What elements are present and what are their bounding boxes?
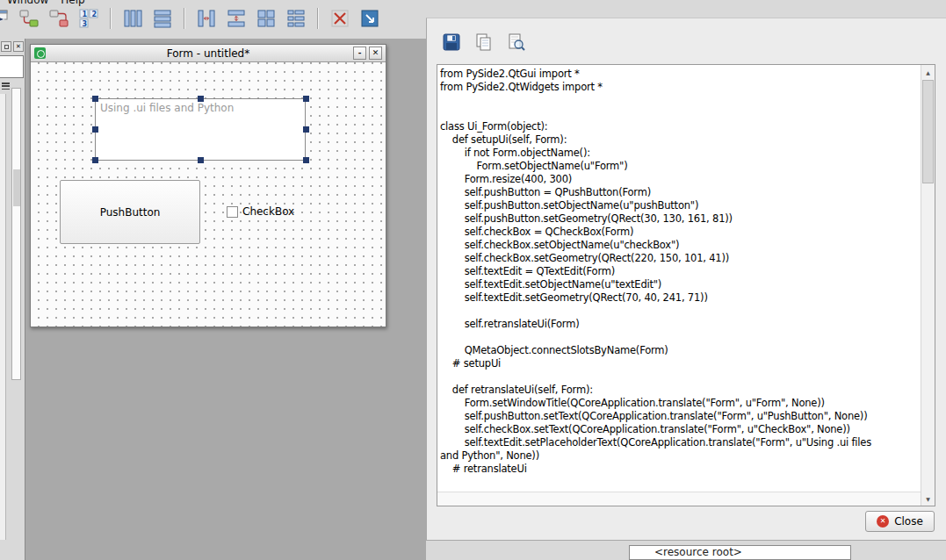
close-button-label: Close (894, 515, 923, 528)
layout-form-button[interactable] (285, 7, 307, 30)
layout-vertical-splitter-icon (226, 8, 247, 29)
checkbox-widget[interactable]: CheckBox (227, 205, 294, 218)
svg-text:2: 2 (92, 11, 97, 18)
menu-help[interactable]: Help (61, 0, 84, 6)
edit-signals-slots-button[interactable] (18, 7, 40, 30)
edit-tab-order-button[interactable]: 123 (77, 7, 100, 30)
resource-root-label: <resource root> (630, 546, 850, 558)
vertical-scrollbar[interactable]: ▲ ▼ (921, 65, 935, 506)
svg-text:3: 3 (83, 20, 88, 28)
horizontal-scrollbar[interactable] (437, 492, 921, 506)
layout-grid-icon (256, 8, 277, 29)
edit-widgets-button[interactable] (0, 7, 11, 30)
toolbar-separator (110, 8, 112, 29)
pushbutton-widget[interactable]: PushButton (60, 180, 200, 244)
textedit-widget[interactable]: Using .ui files and Python (95, 98, 306, 161)
layout-horizontal-icon (122, 8, 143, 29)
toolbar-separator (184, 8, 185, 29)
find-button[interactable] (504, 29, 529, 55)
selection-handle[interactable] (198, 157, 204, 163)
layout-vertical-button[interactable] (151, 7, 174, 30)
toolbar-separator (317, 8, 319, 29)
layout-horizontal-splitter-button[interactable] (195, 7, 218, 30)
copy-button[interactable] (472, 29, 496, 55)
form-canvas[interactable]: Using .ui files and Python PushButton Ch… (31, 62, 386, 327)
dock-titlebar-buttons: ✕ (1, 41, 24, 52)
layout-grid-button[interactable] (255, 7, 278, 30)
dock-scrollbar-thumb[interactable] (13, 169, 20, 206)
qt-designer-window: Window Help 123 (0, 0, 946, 560)
menu-window[interactable]: Window (7, 0, 48, 6)
main-toolbar: 123 (0, 7, 381, 30)
list-mode-icon[interactable] (2, 83, 10, 90)
selection-handle[interactable] (92, 126, 98, 133)
selection-handle[interactable] (303, 126, 309, 133)
layout-vertical-splitter-button[interactable] (225, 7, 248, 30)
break-layout-button[interactable] (329, 7, 351, 30)
edit-signals-slots-icon (18, 8, 40, 29)
menu-bar: Window Help (7, 0, 85, 6)
form-window-title: Form - untitled* (31, 47, 386, 60)
svg-text:1: 1 (83, 11, 88, 18)
left-dock-area: ✕ (0, 39, 25, 560)
form-editor-window: Form - untitled* - ✕ Using .ui files and… (30, 44, 386, 327)
form-window-titlebar[interactable]: Form - untitled* - ✕ (31, 45, 386, 62)
checkbox-label: CheckBox (242, 205, 294, 218)
dock-edge-strip (0, 94, 6, 540)
copy-icon (474, 32, 494, 52)
edit-tab-order-icon: 123 (78, 8, 99, 29)
close-icon: ✕ (877, 515, 889, 528)
dock-scrollbar[interactable] (11, 88, 21, 380)
selection-handle[interactable] (198, 96, 204, 102)
dialog-toolbar (439, 29, 529, 55)
selection-handle[interactable] (303, 96, 309, 102)
adjust-size-button[interactable] (358, 7, 381, 30)
resource-browser-item[interactable]: <resource root> (629, 545, 851, 560)
checkbox-box[interactable] (227, 206, 238, 218)
selection-handle[interactable] (92, 96, 98, 102)
close-window-button[interactable]: ✕ (369, 47, 382, 60)
designer-form-icon (34, 47, 46, 59)
layout-form-icon (285, 8, 307, 29)
edit-buddies-button[interactable] (47, 7, 70, 30)
selection-handle[interactable] (303, 157, 309, 163)
code-view: from PySide2.QtGui import * from PySide2… (437, 64, 935, 506)
mdi-workspace: Form - untitled* - ✕ Using .ui files and… (25, 39, 426, 560)
save-button[interactable] (439, 29, 464, 55)
code-text[interactable]: from PySide2.QtGui import * from PySide2… (437, 65, 921, 492)
close-button[interactable]: ✕ Close (865, 511, 935, 532)
layout-horizontal-splitter-icon (196, 8, 217, 29)
minimize-button[interactable]: - (353, 47, 366, 60)
dock-close-button[interactable]: ✕ (13, 41, 24, 52)
dock-float-button[interactable] (1, 41, 11, 52)
selection-handle[interactable] (92, 157, 98, 163)
scroll-up-button[interactable]: ▲ (921, 65, 935, 79)
edit-buddies-icon (48, 8, 69, 29)
find-icon (507, 32, 526, 52)
scroll-down-button[interactable]: ▼ (921, 492, 935, 506)
layout-horizontal-button[interactable] (121, 7, 144, 30)
pushbutton-label: PushButton (100, 206, 161, 219)
save-icon (442, 32, 461, 52)
edit-widgets-icon (0, 8, 10, 29)
adjust-size-icon (359, 8, 380, 29)
layout-vertical-icon (152, 8, 173, 29)
scrollbar-thumb[interactable] (922, 80, 934, 183)
widgetbox-filter-input[interactable] (0, 55, 24, 78)
float-icon (4, 45, 9, 49)
break-layout-icon (329, 8, 350, 29)
code-preview-dialog: from PySide2.QtGui import * from PySide2… (426, 18, 946, 541)
